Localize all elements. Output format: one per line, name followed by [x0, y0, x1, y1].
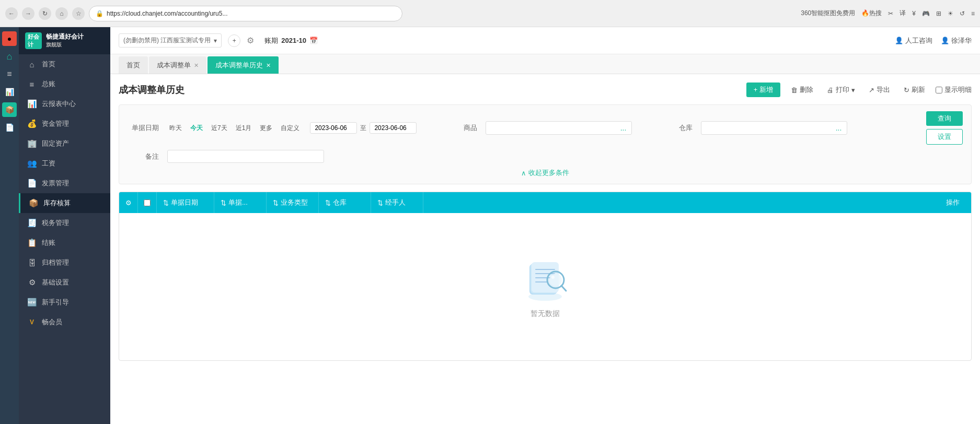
tab-home[interactable]: 首页 [119, 56, 148, 74]
th-date[interactable]: ⇅ 单据日期 [157, 192, 214, 213]
sidebar-item-member[interactable]: V 畅会员 [19, 312, 110, 332]
sidebar-label-guide: 新手引导 [42, 298, 69, 307]
user-service[interactable]: 👤 人工咨询 [895, 36, 932, 45]
th-settings[interactable]: ⚙ [119, 192, 138, 213]
th-person[interactable]: ⇅ 经手人 [371, 192, 423, 213]
company-dropdown-icon: ▾ [214, 37, 217, 44]
back-button[interactable]: ← [5, 7, 18, 20]
th-num-label: 单据... [228, 198, 248, 207]
th-num[interactable]: ⇅ 单据... [214, 192, 267, 213]
translate-tool[interactable]: 译 [900, 9, 906, 18]
sidebar-item-invoice[interactable]: 📄 发票管理 [19, 173, 110, 193]
sidebar-item-inventory[interactable]: 📦 库存核算 [19, 193, 110, 213]
tab-cost-adjust-history-close[interactable]: ✕ [266, 62, 271, 69]
date-btn-more[interactable]: 更多 [258, 123, 274, 134]
theme-tool[interactable]: ☀ [948, 10, 953, 17]
sidebar-label-funds: 资金管理 [42, 119, 69, 128]
print-dropdown-icon: ▾ [851, 86, 855, 94]
calendar-icon[interactable]: 📅 [309, 37, 318, 44]
th-type[interactable]: ⇅ 业务类型 [267, 192, 319, 213]
settings-icon: ⚙ [125, 199, 132, 207]
game-tool[interactable]: 🎮 [922, 10, 930, 17]
home-button[interactable]: ⌂ [55, 7, 68, 20]
search-hint[interactable]: 360智能抠图免费用 [801, 9, 855, 18]
page-header: 成本调整单历史 + 新增 🗑 删除 🖨 打印 ▾ ↗ 导出 [119, 83, 972, 97]
service-icon: 👤 [895, 37, 903, 44]
date-btn-yesterday[interactable]: 昨天 [167, 123, 184, 134]
icon-bar-red[interactable]: ● [2, 31, 17, 46]
date-from-input[interactable] [310, 122, 357, 134]
hot-search[interactable]: 🔥热搜 [861, 9, 882, 18]
sidebar-item-fixed-assets[interactable]: 🏢 固定资产 [19, 134, 110, 154]
collapse-label: 收起更多条件 [528, 168, 569, 178]
sidebar-item-payroll[interactable]: 👥 工资 [19, 154, 110, 173]
icon-bar-item-active[interactable]: 📦 [2, 102, 17, 117]
sidebar-nav: ⌂ 首页 ≡ 总账 📊 云报表中心 💰 资金管理 🏢 固定资产 👥 工资 [19, 54, 110, 424]
goods-filter-label: 商品 [446, 123, 477, 133]
date-filter-label: 单据日期 [128, 123, 159, 133]
forward-button[interactable]: → [22, 7, 34, 20]
period-label: 账期 [264, 36, 278, 45]
sidebar-item-home[interactable]: ⌂ 首页 [19, 54, 110, 74]
warehouse-selector[interactable]: ... [701, 121, 847, 135]
export-label: 导出 [877, 85, 890, 95]
add-tab-button[interactable]: + [228, 34, 240, 47]
sidebar-item-closing[interactable]: 📋 结账 [19, 233, 110, 253]
currency-tool[interactable]: ¥ [912, 10, 916, 17]
th-warehouse[interactable]: ⇅ 仓库 [319, 192, 371, 213]
icon-bar-item-5[interactable]: 📄 [2, 120, 17, 135]
date-to-input[interactable] [370, 122, 417, 134]
new-button[interactable]: + 新增 [746, 83, 780, 97]
period-value: 2021-10 [281, 37, 306, 44]
sidebar-item-guide[interactable]: 🆕 新手引导 [19, 292, 110, 312]
icon-bar-item-2[interactable]: ≡ [2, 67, 17, 81]
sidebar-item-reports[interactable]: 📊 云报表中心 [19, 94, 110, 114]
icon-bar-item-3[interactable]: 📊 [2, 85, 17, 99]
sidebar-item-ledger[interactable]: ≡ 总账 [19, 74, 110, 94]
query-button[interactable]: 查询 [926, 111, 963, 126]
settings-button[interactable]: 设置 [926, 129, 963, 145]
company-selector[interactable]: (勿删勿禁用) 江西服宝测试专用 ▾ [119, 33, 222, 48]
th-check[interactable] [138, 192, 157, 213]
sidebar-label-ledger: 总账 [42, 79, 55, 89]
delete-label: 删除 [800, 85, 813, 95]
refresh-button[interactable]: ↻ [39, 7, 51, 20]
sort-icon-warehouse: ⇅ [325, 199, 331, 207]
show-detail-checkbox[interactable]: 显示明细 [936, 85, 972, 95]
undo-tool[interactable]: ↺ [960, 10, 965, 17]
sidebar-item-tax[interactable]: 🧾 税务管理 [19, 213, 110, 233]
grid-tool[interactable]: ⊞ [936, 10, 941, 17]
collapse-button[interactable]: ∧ 收起更多条件 [521, 168, 569, 178]
star-button[interactable]: ☆ [72, 7, 85, 20]
top-bar-right: 👤 人工咨询 👤 徐泽华 [895, 36, 972, 45]
guide-icon: 🆕 [27, 298, 37, 307]
delete-button[interactable]: 🗑 删除 [788, 83, 816, 97]
date-btn-1month[interactable]: 近1月 [234, 123, 254, 134]
user-name[interactable]: 👤 徐泽华 [941, 36, 972, 45]
date-btn-today[interactable]: 今天 [188, 123, 205, 134]
date-btn-7days[interactable]: 近7天 [209, 123, 229, 134]
svg-point-11 [551, 276, 555, 279]
show-detail-input[interactable] [936, 87, 942, 93]
address-bar[interactable]: 🔒 https://cloud.chanjet.com/accounting/u… [89, 6, 402, 21]
print-button[interactable]: 🖨 打印 ▾ [824, 83, 858, 97]
sort-icon-type: ⇅ [273, 199, 279, 207]
remark-input[interactable] [167, 150, 324, 163]
sidebar-item-settings[interactable]: ⚙ 基础设置 [19, 273, 110, 292]
th-ops: 操作 [940, 192, 971, 213]
date-btn-custom[interactable]: 自定义 [279, 123, 302, 134]
tab-cost-adjust-close[interactable]: ✕ [194, 62, 199, 69]
menu-tool[interactable]: ≡ [971, 10, 975, 17]
sidebar-item-funds[interactable]: 💰 资金管理 [19, 114, 110, 134]
settings-gear-icon[interactable]: ⚙ [247, 36, 254, 45]
select-all-checkbox[interactable] [144, 199, 151, 206]
icon-bar-item-1[interactable]: ⌂ [2, 49, 17, 64]
filter-row-remark: 备注 [128, 150, 963, 163]
sidebar-item-archive[interactable]: 🗄 归档管理 [19, 253, 110, 273]
export-button[interactable]: ↗ 导出 [866, 83, 893, 97]
refresh-button[interactable]: ↻ 刷新 [901, 83, 928, 97]
scissors-tool[interactable]: ✂ [888, 10, 893, 17]
goods-selector[interactable]: ... [486, 121, 632, 135]
tab-cost-adjust-history[interactable]: 成本调整单历史 ✕ [207, 56, 279, 74]
tab-cost-adjust[interactable]: 成本调整单 ✕ [149, 56, 206, 74]
